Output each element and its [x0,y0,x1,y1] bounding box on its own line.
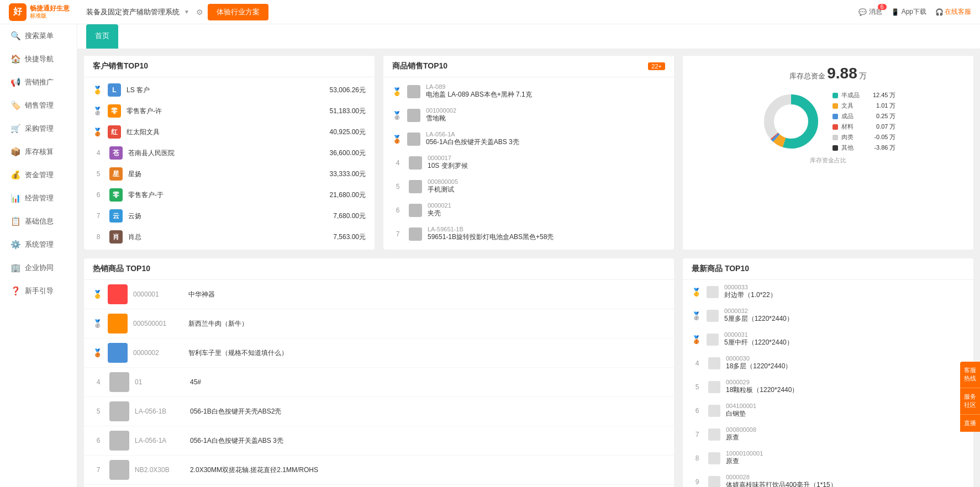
product-thumb [708,452,720,464]
sidebar-item-system[interactable]: ⚙️ 系统管理 [0,233,77,256]
table-row: 6 零 零售客户-于 21,680.00元 [84,184,375,205]
avatar: 星 [109,167,123,181]
customer-name: 零售客户-许 [127,107,324,116]
hot-products-header: 热销商品 TOP10 [84,258,674,280]
list-item: 5 LA-056-1B 056-1B白色按键开关壳ABS2壳 [84,397,674,426]
sidebar-item-basic[interactable]: 📋 基础信息 [0,210,77,233]
product-sales-title: 商品销售TOP10 [392,61,447,71]
sidebar-item-corp[interactable]: 🏢 企业协同 [0,256,77,279]
product-thumb [708,381,720,393]
gear-icon[interactable]: ⚙ [196,8,203,17]
customer-ranking-title: 客户销售TOP10 [93,61,148,71]
product-code: 01 [135,378,185,386]
sidebar-item-nav[interactable]: 🏠 快捷导航 [0,47,77,71]
latest-products-list: 🥇 0000033 封边带（1.0*22） 🥈 0000032 [683,280,973,487]
customer-value: 7,563.00元 [333,232,366,242]
product-thumb [108,284,128,304]
rank-number: 9 [692,478,703,486]
product-thumb [109,460,129,480]
rank-medal-2: 🥈 [93,107,102,115]
inventory-label: 库存总资金 [789,72,825,80]
product-code: 0000021 [428,202,451,209]
latest-products-panel: 最新商品 TOP10 🥇 0000033 封边带（1.0*22） [683,258,973,487]
list-item: 4 0000030 18多层（1220*2440） [683,351,973,375]
list-item: 🥈 000500001 新西兰牛肉（新牛） [84,309,674,338]
settings-icon: ⚙️ [10,240,20,250]
sidebar: 🔍 搜索菜单 🏠 快捷导航 📢 营销推广 🏷️ 销售管理 🛒 采购管理 📦 库存… [0,24,77,487]
list-item: 6 004100001 白钢垫 [683,399,973,422]
avatar: 零 [109,188,123,202]
latest-products-title: 最新商品 TOP10 [692,264,749,274]
online-label: 在线客服 [945,7,971,17]
customer-name: 零售客户-于 [128,190,324,200]
product-thumb [708,405,720,417]
product-name: 新西兰牛肉（新牛） [188,319,665,329]
table-row: 7 云 云扬 7,680.00元 [84,205,375,226]
product-name: 5厘多层（1220*2440） [724,314,793,324]
live-stream-button[interactable]: 直播 [960,414,980,432]
sidebar-item-guide[interactable]: ❓ 新手引导 [0,279,77,303]
table-row: 🥇 LA-089 电池盖 LA-089 ABS本色+黑种 7.1克 [383,80,674,103]
sidebar-item-management[interactable]: 📊 经营管理 [0,187,77,210]
rank-number: 6 [93,191,104,199]
table-row: 🥇 L LS 客户 53,006.26元 [84,80,375,100]
home-icon: 🏠 [10,54,20,64]
rank-number: 7 [692,431,703,438]
product-thumb [409,204,422,217]
trial-button[interactable]: 体验行业方案 [208,4,268,20]
product-thumb [407,109,420,122]
product-thumb [108,343,128,363]
list-item: 7 NB2.0X30B 2.0X30MM双搓花轴.搓花直径2.1MM/ROHS [84,456,674,485]
rank-medal: 🥉 [392,135,402,144]
list-item: 🥉 0000002 智利车子里（规格不知道填什么） [84,338,674,368]
product-name: 10S 变刹罗候 [428,161,468,171]
legend-label: 材料 [841,123,853,131]
message-button[interactable]: 💬 消息 6 [858,7,882,17]
legend-label: 成品 [841,112,853,120]
chart-icon: 📊 [10,193,20,203]
rank-medal: 🥈 [392,111,402,120]
product-name: 夹壳 [428,209,451,218]
online-service-button[interactable]: 🎧 在线客服 [935,7,971,17]
tab-home[interactable]: 首页 [86,24,118,49]
latest-products-header: 最新商品 TOP10 [683,258,973,280]
service-community-button[interactable]: 服务社区 [960,388,980,414]
sidebar-item-purchase[interactable]: 🛒 采购管理 [0,117,77,140]
customer-name: 星扬 [128,170,324,179]
customer-name: 云扬 [128,211,328,221]
avatar: 红 [108,125,121,139]
sidebar-item-finance[interactable]: 💰 资金管理 [0,163,77,187]
sidebar-item-marketing[interactable]: 📢 营销推广 [0,71,77,94]
dropdown-icon[interactable]: ▼ [184,9,189,15]
product-code: 0000029 [726,379,798,385]
product-thumb [708,357,720,369]
product-thumb [708,428,720,441]
sidebar-label-purchase: 采购管理 [25,124,54,134]
headset-icon: 🎧 [935,8,944,16]
customer-value: 53,006.26元 [330,86,366,95]
phone-icon: 📱 [891,8,899,16]
product-name: 电池盖 LA-089 ABS本色+黑种 7.1克 [426,90,532,99]
product-code: LA-056-1A [135,437,185,444]
customer-value: 7,680.00元 [333,211,366,221]
rank-medal-3: 🥉 [93,128,102,136]
avatar: 零 [108,104,121,118]
inventory-ratio-label: 库存资金占比 [683,156,973,169]
table-row: 4 苍 苍南县人民医院 36,600.00元 [84,142,375,163]
sidebar-item-sales[interactable]: 🏷️ 销售管理 [0,94,77,117]
customer-value: 21,680.00元 [330,190,366,200]
product-name: 18颗粒板（1220*2440） [726,385,798,395]
customer-hotline-button[interactable]: 客服热线 [960,362,980,388]
product-code: 001000002 [426,107,456,114]
legend-value: -3.86 万 [863,144,896,152]
legend-value: -0.05 万 [863,133,896,141]
product-thumb [109,401,129,421]
product-name: 中华神器 [188,290,665,299]
sidebar-item-search[interactable]: 🔍 搜索菜单 [0,24,77,47]
search-icon: 🔍 [10,31,20,41]
sidebar-item-inventory[interactable]: 📦 库存核算 [0,140,77,163]
cart-icon: 🛒 [10,124,20,134]
product-name: 白钢垫 [726,409,756,419]
app-download-button[interactable]: 📱 App下载 [891,7,926,17]
topbar-center: 装备及固定资产辅助管理系统 ▼ ⚙ 体验行业方案 [86,4,858,20]
